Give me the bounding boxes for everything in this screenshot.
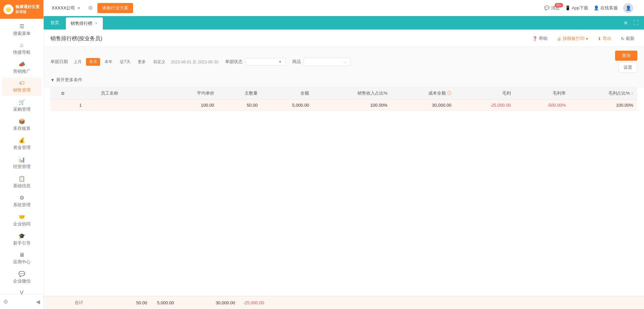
more-btn[interactable]: 更多 xyxy=(135,58,149,66)
avatar: 👤 xyxy=(623,3,633,13)
app-name: 畅康通好生意 xyxy=(15,4,40,10)
sidebar-item-app-center[interactable]: 🖥 应用中心 xyxy=(2,249,41,268)
expand-conditions-btn[interactable]: ▼ 展开更多条件 xyxy=(50,77,82,83)
sidebar-icon-base-info: 📋 xyxy=(18,175,25,182)
sidebar-settings-icon[interactable]: ⚙ xyxy=(2,297,9,306)
row-sales-ratio: 100.00% xyxy=(313,100,391,111)
sidebar-label-purchase: 采购管理 xyxy=(13,106,31,112)
help-button[interactable]: ❓ 帮助 xyxy=(529,34,550,43)
sidebar-item-system[interactable]: ⚙ 系统管理 xyxy=(2,192,41,211)
refresh-label: 刷新 xyxy=(626,36,635,42)
sidebar: 🌟 畅康通好生意 标准版 ☰ 搜索菜单 ⌂ 快捷导航 📣 营销推广 🏷 销售管理… xyxy=(0,0,44,309)
sidebar-item-search[interactable]: ☰ 搜索菜单 xyxy=(2,20,41,39)
filter-status: 单据状态 ▼ xyxy=(225,58,286,65)
tabbar: 首页 销售排行榜 × ✕ ⛶ xyxy=(44,16,644,30)
refresh-button[interactable]: ↻ 刷新 xyxy=(618,34,637,43)
message-icon: 💬 xyxy=(544,5,550,10)
sidebar-item-quick-nav[interactable]: ⌂ 快捷导航 xyxy=(2,40,41,58)
sidebar-icon-search: ☰ xyxy=(19,23,24,30)
tabbar-close-icon[interactable]: ✕ xyxy=(622,18,629,28)
row-amount: 5,000.00 xyxy=(262,100,313,111)
sidebar-label-enterprise: 企业协同 xyxy=(13,221,31,227)
sidebar-item-guide[interactable]: 🎓 新手引导 xyxy=(2,230,41,249)
row-profit: -25,000.00 xyxy=(456,100,515,111)
topbar-message[interactable]: 💬 消息 99+ xyxy=(544,5,560,11)
page-actions: ❓ 帮助 🖨 按模板打印 ▾ ⬇ 导出 ↻ 刷新 xyxy=(529,34,637,43)
service-icon: 👤 xyxy=(594,5,599,10)
this-month-btn[interactable]: 本月 xyxy=(86,58,100,66)
expand-icon: ▼ xyxy=(50,78,55,83)
sidebar-item-operations[interactable]: 📊 经营管理 xyxy=(2,154,41,172)
sidebar-icon-quick-nav: ⌂ xyxy=(20,42,24,48)
sidebar-item-base-info[interactable]: 📋 基础信息 xyxy=(2,173,41,192)
export-label: 导出 xyxy=(603,36,611,42)
last7-btn[interactable]: 近7天 xyxy=(117,58,133,66)
main-area: XXXXX公司 ▼ ⚙ 体验行业方案 💬 消息 99+ 📱 App下载 👤 在线… xyxy=(44,0,644,309)
topbar-service[interactable]: 👤 在线客服 xyxy=(594,5,618,11)
table-row: 1 100.00 50.00 5,000.00 100.00% 30,000.0… xyxy=(50,100,637,111)
expand-label: 展开更多条件 xyxy=(56,77,82,83)
sidebar-nav: ☰ 搜索菜单 ⌂ 快捷导航 📣 营销推广 🏷 销售管理 🛒 采购管理 📦 库存核… xyxy=(0,19,43,294)
print-dropdown-icon: ▾ xyxy=(586,36,588,41)
sidebar-label-finance: 资金管理 xyxy=(13,145,31,151)
sidebar-item-marketing[interactable]: 📣 营销推广 xyxy=(2,58,41,77)
sidebar-label-guide: 新手引导 xyxy=(13,240,31,246)
sidebar-label-base-info: 基础信息 xyxy=(13,183,31,189)
goods-input[interactable]: ··· xyxy=(304,58,351,66)
tabbar-expand-icon[interactable]: ⛶ xyxy=(632,18,640,27)
goods-more-icon[interactable]: ··· xyxy=(343,59,347,64)
export-button[interactable]: ⬇ 导出 xyxy=(595,34,614,43)
page-header: 销售排行榜(按业务员) ❓ 帮助 🖨 按模板打印 ▾ ⬇ 导出 ↻ 刷新 xyxy=(44,30,644,47)
topbar-gear-icon[interactable]: ⚙ xyxy=(87,3,94,12)
company-selector[interactable]: XXXXX公司 ▼ xyxy=(49,4,83,12)
sidebar-item-wechat[interactable]: 💬 企业微信 xyxy=(2,268,41,287)
sidebar-icon-wechat: 💬 xyxy=(18,271,25,277)
tab-sales-ranking[interactable]: 销售排行榜 × xyxy=(66,17,103,30)
goods-label: 商品 xyxy=(292,59,301,65)
industry-button[interactable]: 体验行业方案 xyxy=(97,3,133,13)
sidebar-label-system: 系统管理 xyxy=(13,202,31,208)
table-footer: 合计 50.00 5,000.00 30,000.00 -25,000.00 xyxy=(44,296,644,309)
app-version: 标准版 xyxy=(15,9,40,14)
sidebar-item-sales[interactable]: 🏷 销售管理 xyxy=(2,78,41,96)
app-icon: 📱 xyxy=(565,5,570,10)
topbar-app-download[interactable]: 📱 App下载 xyxy=(565,5,588,11)
refresh-icon: ↻ xyxy=(621,36,625,41)
sidebar-icon-sales: 🏷 xyxy=(19,80,25,86)
sidebar-label-wechat: 企业微信 xyxy=(13,278,31,284)
date-buttons: 上月 本月 本年 近7天 更多 自定义 xyxy=(71,58,168,66)
sidebar-icon-finance: 💰 xyxy=(18,137,25,144)
query-button[interactable]: 查询 xyxy=(615,51,637,61)
sidebar-icon-member: V xyxy=(20,290,24,294)
help-label: 帮助 xyxy=(539,36,548,42)
sidebar-item-purchase[interactable]: 🛒 采购管理 xyxy=(2,96,41,115)
settings-button[interactable]: 设置 xyxy=(618,62,637,73)
filter-date: 单据日期 上月 本月 本年 近7天 更多 自定义 2023-06-01 至 20… xyxy=(50,58,218,66)
sidebar-icon-guide: 🎓 xyxy=(18,233,25,239)
print-button[interactable]: 🖨 按模板打印 ▾ xyxy=(554,34,591,43)
sidebar-item-finance[interactable]: 💰 资金管理 xyxy=(2,135,41,153)
sidebar-item-inventory[interactable]: 📦 库存核算 xyxy=(2,115,41,134)
company-name: XXXXX公司 xyxy=(52,5,75,11)
row-qty: 50.00 xyxy=(218,100,262,111)
filter-right-btns: 查询 设置 xyxy=(615,51,637,73)
sidebar-collapse-icon[interactable]: ◀ xyxy=(35,297,41,306)
status-select[interactable]: ▼ xyxy=(245,58,286,65)
sidebar-icon-app-center: 🖥 xyxy=(19,252,25,258)
custom-btn[interactable]: 自定义 xyxy=(150,58,168,66)
tab-home[interactable]: 首页 xyxy=(44,16,66,30)
th-settings[interactable]: ⚙ xyxy=(50,87,75,100)
this-year-btn[interactable]: 本年 xyxy=(101,58,116,66)
footer-amount: 5,000.00 xyxy=(151,300,178,305)
footer-cost: 30,000.00 xyxy=(212,300,239,305)
sidebar-label-marketing: 营销推广 xyxy=(13,68,31,74)
tab-close-icon[interactable]: × xyxy=(94,20,98,27)
sidebar-icon-inventory: 📦 xyxy=(18,118,25,124)
tabbar-right: ✕ ⛶ xyxy=(622,16,644,30)
sidebar-item-member[interactable]: V 畅会员 xyxy=(2,287,41,294)
date-label: 单据日期 xyxy=(50,59,68,65)
th-rank xyxy=(75,87,97,100)
sidebar-item-enterprise[interactable]: 🤝 企业协同 xyxy=(2,211,41,230)
prev-month-btn[interactable]: 上月 xyxy=(71,58,85,66)
help-icon: ❓ xyxy=(532,36,538,41)
